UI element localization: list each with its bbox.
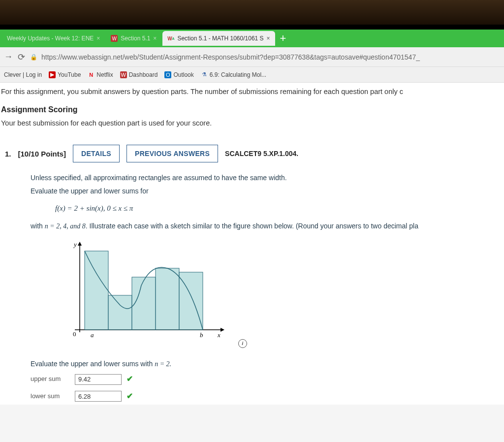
browser-tab-active[interactable]: WA Section 5.1 - MATH 1060/1061 S × — [162, 31, 275, 46]
submission-info: For this assignment, you submit answers … — [1, 87, 504, 101]
photo-background — [0, 0, 504, 25]
youtube-icon: ▶ — [49, 71, 56, 78]
bookmark-label: Clever | Log in — [4, 71, 42, 78]
evaluate-line: Evaluate the upper and lower sums with n… — [31, 354, 504, 371]
riemann-sum-sketch: y 0 a b x — [60, 239, 232, 347]
a-label: a — [91, 331, 94, 339]
b-label: b — [200, 331, 203, 339]
bookmark-label: Dashboard — [129, 71, 158, 78]
bookmark-youtube[interactable]: ▶ YouTube — [49, 71, 81, 78]
bookmark-chemistry[interactable]: ⚗ 6.9: Calculating Mol... — [201, 71, 266, 78]
bookmark-label: Outlook — [173, 71, 193, 78]
bookmark-label: Netflix — [96, 71, 113, 78]
svg-rect-5 — [108, 295, 132, 330]
info-icon[interactable]: i — [238, 339, 247, 348]
close-icon[interactable]: × — [267, 35, 270, 42]
svg-rect-4 — [85, 251, 108, 330]
question-header: 1. [10/10 Points] DETAILS PREVIOUS ANSWE… — [1, 142, 504, 171]
upper-sum-label: upper sum — [31, 373, 70, 385]
new-tab-button[interactable]: + — [276, 32, 290, 45]
bookmark-outlook[interactable]: O Outlook — [164, 71, 193, 78]
x-axis-label: x — [217, 331, 220, 339]
lock-icon: 🔒 — [30, 54, 37, 61]
question-formula: f(x) = 2 + sin(x), 0 ≤ x ≤ π — [31, 197, 504, 220]
close-icon[interactable]: × — [96, 35, 100, 42]
lower-sum-row: lower sum ✔ — [31, 388, 504, 405]
browser-tab-bar: Weekly Updates - Week 12: ENE × W Sectio… — [0, 30, 504, 47]
screen-bezel — [0, 25, 504, 30]
previous-answers-button[interactable]: PREVIOUS ANSWERS — [126, 145, 218, 162]
browser-address-bar: → ⟳ 🔒 https://www.webassign.net/web/Stud… — [0, 47, 504, 67]
close-icon[interactable]: × — [153, 35, 157, 42]
svg-rect-6 — [132, 277, 156, 330]
page-content: For this assignment, you submit answers … — [0, 83, 504, 405]
flask-icon: ⚗ — [201, 71, 208, 78]
webassign-icon: WA — [167, 35, 174, 42]
lower-sum-label: lower sum — [31, 390, 70, 403]
lower-sum-input[interactable] — [75, 391, 122, 402]
bookmark-label: 6.9: Calculating Mol... — [210, 71, 266, 78]
tab-title: Section 5.1 - MATH 1060/1061 S — [177, 35, 263, 42]
upper-sum-row: upper sum ✔ — [31, 371, 504, 387]
browser-tab[interactable]: W Section 5.1 × — [106, 31, 161, 46]
tab-title: Weekly Updates - Week 12: ENE — [7, 35, 94, 42]
browser-tab[interactable]: Weekly Updates - Week 12: ENE × — [2, 31, 105, 46]
question-figure: y 0 a b x i — [60, 239, 504, 351]
bookmarks-bar: Clever | Log in ▶ YouTube N Netflix W Da… — [0, 67, 504, 83]
question-points: [10/10 Points] — [18, 150, 66, 158]
bookmark-label: YouTube — [58, 71, 81, 78]
svg-rect-7 — [156, 268, 179, 330]
question-code: SCALCET9 5.XP.1.004. — [225, 150, 298, 158]
y-axis-label: y — [73, 241, 77, 248]
svg-marker-1 — [78, 242, 82, 246]
forward-icon[interactable]: → — [4, 52, 13, 62]
outlook-icon: O — [164, 71, 171, 78]
details-button[interactable]: DETAILS — [73, 145, 120, 162]
reload-icon[interactable]: ⟳ — [18, 52, 25, 63]
dashboard-icon: W — [120, 71, 127, 78]
upper-sum-input[interactable] — [75, 374, 122, 385]
netflix-icon: N — [88, 71, 94, 78]
bookmark-dashboard[interactable]: W Dashboard — [120, 71, 158, 78]
scoring-heading: Assignment Scoring — [1, 101, 504, 119]
webassign-icon: W — [111, 35, 118, 42]
question-text-line: with n = 2, 4, and 8. Illustrate each ca… — [31, 220, 504, 233]
check-icon: ✔ — [126, 389, 133, 404]
bookmark-netflix[interactable]: N Netflix — [88, 71, 113, 78]
url-text: https://www.webassign.net/web/Student/As… — [41, 53, 420, 61]
question-number: 1. — [5, 150, 11, 158]
question-text-line: Unless specified, all approximating rect… — [31, 171, 504, 185]
tab-title: Section 5.1 — [121, 35, 150, 42]
question-body: Unless specified, all approximating rect… — [1, 171, 504, 405]
check-icon: ✔ — [126, 372, 133, 386]
origin-label: 0 — [73, 330, 76, 338]
scoring-text: Your best submission for each question p… — [1, 119, 504, 142]
svg-marker-3 — [220, 328, 224, 332]
question-text-line: Evaluate the upper and lower sums for — [31, 185, 504, 198]
bookmark-clever[interactable]: Clever | Log in — [4, 71, 42, 78]
url-bar[interactable]: 🔒 https://www.webassign.net/web/Student/… — [30, 53, 500, 61]
